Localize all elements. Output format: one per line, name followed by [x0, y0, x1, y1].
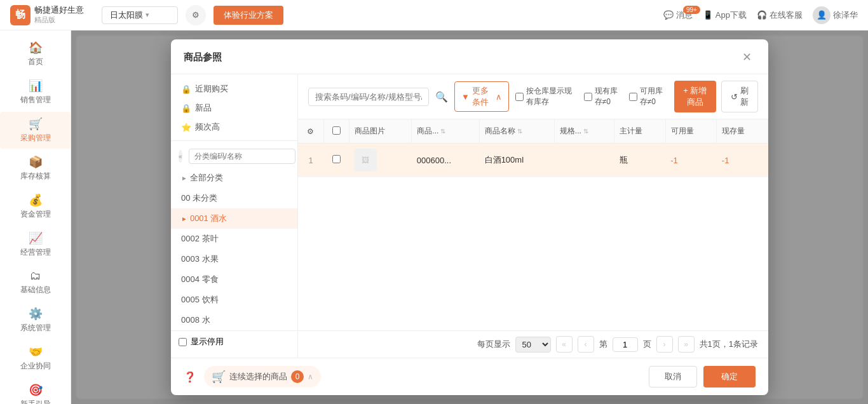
- app-sub: 精品版: [34, 15, 84, 25]
- high-freq-item[interactable]: ⭐ 频次高: [171, 118, 297, 137]
- row-checkbox[interactable]: [323, 144, 349, 177]
- col-name[interactable]: 商品名称 ⇅: [480, 119, 555, 144]
- toolbar: 🔍 ▼ 更多条件 ∧ 按仓库显示现有库存: [298, 74, 768, 119]
- cancel-button[interactable]: 取消: [649, 366, 697, 387]
- app-download-label: App下载: [715, 10, 747, 21]
- cat-0001[interactable]: ► 0001 酒水: [171, 208, 297, 229]
- app-name: 畅捷通好生意: [34, 5, 84, 15]
- col-available[interactable]: 可用量: [665, 119, 717, 144]
- cart-chevron-icon[interactable]: ∧: [308, 372, 313, 381]
- sidebar-item-sales[interactable]: 📊 销售管理: [0, 74, 71, 111]
- last-page-btn[interactable]: »: [678, 336, 695, 353]
- modal-close-button[interactable]: ✕: [738, 48, 756, 66]
- sidebar-item-home[interactable]: 🏠 首页: [0, 36, 71, 72]
- logo-icon: 畅: [10, 5, 31, 25]
- next-page-btn[interactable]: ›: [656, 336, 673, 353]
- filter-button[interactable]: ▼ 更多条件 ∧: [454, 81, 509, 112]
- user-area[interactable]: 👤 徐泽华: [813, 6, 858, 24]
- new-products-item[interactable]: 🔒 新品: [171, 98, 297, 118]
- sales-icon: 📊: [29, 79, 43, 93]
- per-page-select[interactable]: 50 10 20 100: [515, 337, 551, 353]
- online-service-item[interactable]: 🎧 在线客服: [757, 10, 803, 21]
- chevron-down-icon: ▾: [146, 11, 149, 19]
- cat-all[interactable]: ► 全部分类: [171, 168, 297, 188]
- mobile-icon: 📱: [703, 10, 713, 20]
- top-nav: 畅 畅捷通好生意 精品版 日太阳膜 ▾ ⚙ 体验行业方案 💬 消息 99+ 📱 …: [0, 0, 868, 30]
- sidebar-item-inventory[interactable]: 📦 库存核算: [0, 150, 71, 187]
- cat-0004[interactable]: 0004 零食: [171, 269, 297, 290]
- sidebar-item-operations[interactable]: 📈 经营管理: [0, 226, 71, 263]
- cat-00[interactable]: 00 未分类: [171, 188, 297, 208]
- col-code[interactable]: 商品... ⇅: [412, 119, 480, 144]
- col-checkbox[interactable]: [323, 119, 349, 144]
- prev-page-btn[interactable]: ‹: [578, 336, 594, 353]
- sidebar-item-system-label: 系统管理: [20, 323, 51, 333]
- col-spec[interactable]: 规格... ⇅: [554, 119, 614, 144]
- app-download-item[interactable]: 📱 App下载: [703, 10, 747, 21]
- system-icon: ⚙️: [29, 307, 43, 321]
- category-search-row: « 🔍: [171, 145, 297, 168]
- sidebar-item-guide[interactable]: 🎯 新手引导: [0, 378, 71, 404]
- cart-area[interactable]: 🛒 连续选择的商品 0 ∧: [204, 366, 321, 387]
- basic-icon: 🗂: [30, 269, 41, 283]
- online-service-label: 在线客服: [770, 10, 803, 21]
- pagination-bar: 每页显示 50 10 20 100 « ‹ 第 页: [298, 330, 768, 358]
- product-table: ⚙ 商品图片: [298, 119, 768, 177]
- left-panel: 🔒 近期购买 🔒 新品 ⭐ 频次高 «: [171, 74, 298, 358]
- sidebar-item-purchase[interactable]: 🛒 采购管理: [0, 112, 71, 149]
- sidebar-item-finance[interactable]: 💰 资金管理: [0, 188, 71, 225]
- cat-0001-arrow: ►: [181, 215, 187, 222]
- message-nav-item[interactable]: 💬 消息 99+: [663, 10, 693, 21]
- new-products-icon: 🔒: [181, 104, 191, 113]
- confirm-button[interactable]: 确定: [703, 366, 756, 387]
- row-index: 1: [298, 144, 323, 177]
- show-disabled-checkbox[interactable]: [179, 338, 187, 346]
- sidebar-item-system[interactable]: ⚙️ 系统管理: [0, 302, 71, 339]
- usable-ne0-checkbox[interactable]: 可用库存≠0: [629, 86, 668, 107]
- cat-all-label: 全部分类: [190, 172, 223, 184]
- cat-0002[interactable]: 0002 茶叶: [171, 229, 297, 249]
- sidebar-item-collab[interactable]: 🤝 企业协同: [0, 340, 71, 377]
- message-badge: 99+: [683, 6, 700, 14]
- row-stock: -1: [717, 144, 768, 177]
- main-layout: 🏠 首页 📊 销售管理 🛒 采购管理 📦 库存核算 💰 资金管理 📈 经营管理 …: [0, 30, 868, 404]
- add-product-button[interactable]: + 新增商品: [674, 81, 716, 112]
- cat-0008[interactable]: 0008 水: [171, 310, 297, 330]
- collapse-icon[interactable]: «: [179, 150, 182, 163]
- cat-0003[interactable]: 0003 水果: [171, 249, 297, 269]
- first-page-btn[interactable]: «: [556, 336, 573, 353]
- table-header-row: ⚙ 商品图片: [298, 119, 768, 144]
- panel-divider: [171, 140, 297, 141]
- nav-selector-label: 日太阳膜: [110, 10, 143, 21]
- nav-selector[interactable]: 日太阳膜 ▾: [102, 6, 178, 24]
- help-icon[interactable]: ❓: [184, 371, 196, 383]
- page-input[interactable]: [613, 337, 638, 352]
- toolbar-right: + 新增商品 ↺ 刷新: [674, 81, 758, 112]
- cat-0005[interactable]: 0005 饮料: [171, 290, 297, 310]
- stock-ne0-checkbox[interactable]: 现有库存≠0: [584, 86, 623, 107]
- col-settings[interactable]: ⚙: [298, 119, 323, 144]
- col-name-label: 商品名称: [485, 126, 515, 137]
- left-panel-footer: 显示停用: [171, 330, 297, 353]
- table-row[interactable]: 1 🖼 000600... 白酒100ml 瓶: [298, 144, 768, 177]
- modal-overlay[interactable]: 商品参照 ✕ 🔒 近期购买 🔒 新品: [71, 30, 868, 404]
- refresh-button[interactable]: ↺ 刷新: [721, 81, 758, 112]
- sidebar-item-basic[interactable]: 🗂 基础信息: [0, 264, 71, 300]
- refresh-label: 刷新: [740, 85, 749, 108]
- product-search-input[interactable]: [308, 88, 429, 106]
- warehouse-stock-checkbox[interactable]: 按仓库显示现有库存: [515, 86, 577, 107]
- experience-btn[interactable]: 体验行业方案: [214, 6, 283, 25]
- recent-buy-item[interactable]: 🔒 近期购买: [171, 79, 297, 98]
- warehouse-stock-label: 按仓库显示现有库存: [526, 86, 577, 107]
- recent-buy-label: 近期购买: [195, 83, 228, 95]
- cat-all-arrow: ►: [181, 175, 187, 182]
- modal-header: 商品参照 ✕: [171, 39, 768, 74]
- category-search-input[interactable]: [189, 149, 295, 164]
- product-search-icon[interactable]: 🔍: [435, 91, 448, 103]
- col-unit[interactable]: 主计量: [614, 119, 666, 144]
- cat-0008-label: 0008 水: [181, 314, 210, 326]
- settings-icon[interactable]: ⚙: [186, 5, 206, 25]
- cat-0005-label: 0005 饮料: [181, 294, 219, 306]
- product-thumbnail: 🖼: [354, 149, 377, 172]
- stock-ne0-label: 现有库存≠0: [595, 86, 623, 107]
